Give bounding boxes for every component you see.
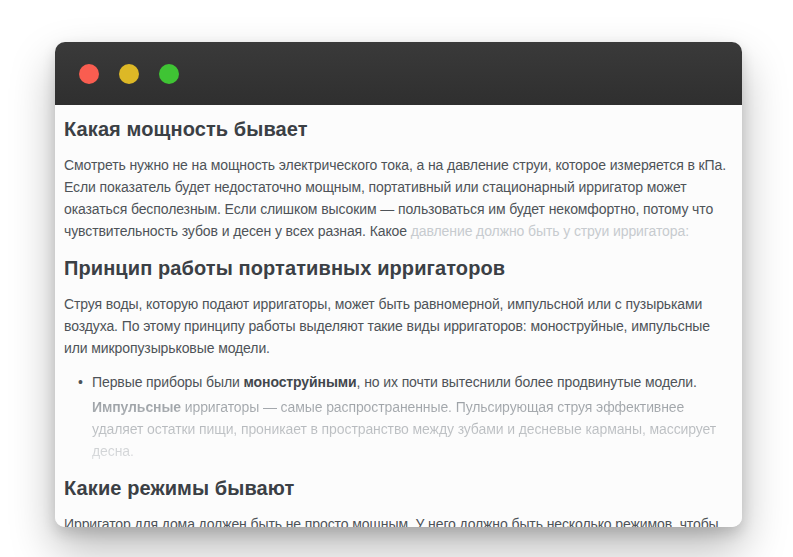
section-heading-principle: Принцип работы портативных ирригаторов [64,257,732,280]
minimize-button[interactable] [119,64,139,84]
paragraph-principle: Струя воды, которую подают ирригаторы, м… [64,293,732,359]
list-item-text: ирригаторы — самые распространенные. Пул… [92,399,716,459]
irrigator-types-list: Первые приборы были моноструйными, но их… [64,371,732,462]
close-button[interactable] [79,64,99,84]
paragraph-power-faded: давление должно быть у струи ирригатора: [411,223,689,239]
paragraph-power: Смотреть нужно не на мощность электричес… [64,154,732,242]
list-item-text: , но их почти вытеснили более продвинуты… [357,374,697,390]
list-item-text: Первые приборы были [92,374,244,390]
list-item-bold: Импульсные [92,399,181,415]
maximize-button[interactable] [159,64,179,84]
page-background: Какая мощность бывает Смотреть нужно не … [0,0,793,557]
section-heading-power: Какая мощность бывает [64,118,732,141]
window-titlebar[interactable] [55,42,742,105]
list-item-bold: моноструйными [244,374,357,390]
section-heading-modes: Какие режимы бывают [64,477,732,500]
browser-window: Какая мощность бывает Смотреть нужно не … [55,42,742,527]
paragraph-modes-main: Ирригатор для дома должен быть не просто… [64,516,719,527]
list-item-monojet: Первые приборы были моноструйными, но их… [77,371,732,393]
list-item-pulse: Импульсные ирригаторы — самые распростра… [77,396,732,462]
article-content: Какая мощность бывает Смотреть нужно не … [55,105,742,527]
paragraph-modes: Ирригатор для дома должен быть не просто… [64,513,732,527]
